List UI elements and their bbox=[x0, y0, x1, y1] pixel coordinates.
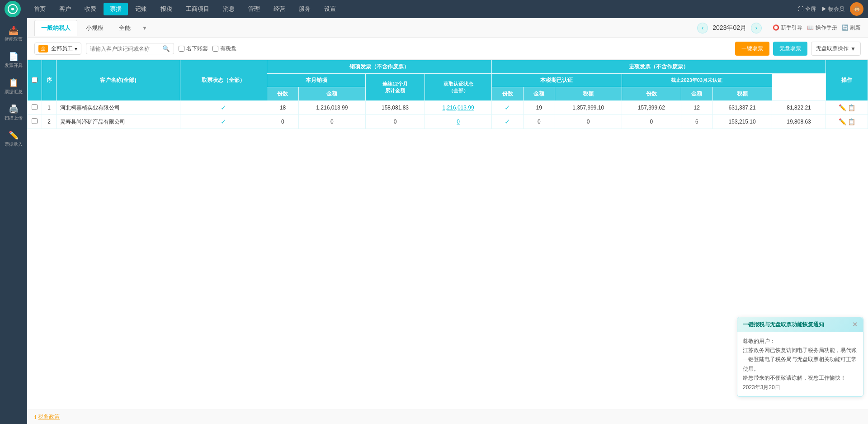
nav-item-管理[interactable]: 管理 bbox=[242, 3, 266, 15]
row-sales-12m: 1,216,013.99 bbox=[425, 101, 492, 115]
tax-disk-checkbox-label[interactable]: 有税盘 bbox=[212, 45, 236, 52]
th-confirmed-count: 份数 bbox=[492, 87, 524, 101]
prev-month-btn[interactable]: ‹ bbox=[697, 23, 708, 33]
row-checkbox-cell[interactable] bbox=[28, 101, 42, 115]
nav-item-消息[interactable]: 消息 bbox=[217, 3, 241, 15]
row-checkbox-cell[interactable] bbox=[28, 115, 42, 129]
row-checkbox[interactable] bbox=[32, 118, 38, 124]
table-row: 1 河北柯嘉桢实业有限公司 ✓ 18 1,216,013.99 158,081.… bbox=[28, 101, 868, 115]
row-actions: ✏️ 📋 bbox=[826, 115, 868, 129]
current-date: 2023年02月 bbox=[712, 24, 746, 32]
view-icon[interactable]: 📋 bbox=[848, 118, 855, 125]
tax-disk-checkbox[interactable] bbox=[212, 46, 218, 52]
row-index: 2 bbox=[42, 115, 57, 129]
edit-icon[interactable]: ✏️ bbox=[839, 118, 846, 125]
sub-tabs: 一般纳税人小规模全能 ▼ ‹ 2023年02月 › ⭕ 新手引导📖 操作手册🔄 … bbox=[27, 18, 868, 38]
nav-item-设置[interactable]: 设置 bbox=[318, 3, 342, 15]
th-unconf-tax: 税额 bbox=[712, 87, 772, 101]
th-customer: 客户名称(全部) bbox=[57, 60, 180, 101]
sidebar-item-票据汇总[interactable]: 📋票据汇总 bbox=[1, 75, 26, 98]
sub-tab-一般纳税人[interactable]: 一般纳税人 bbox=[34, 20, 77, 36]
row-confirmed-tax: 0 bbox=[622, 115, 681, 129]
sidebar-icon: 📄 bbox=[9, 52, 19, 62]
date-navigation: ‹ 2023年02月 › bbox=[697, 23, 762, 33]
top-navigation: 首页客户收费票据记账报税工商项目消息管理经营服务设置 ⛶ 全屏 ▶ 畅会员 🐵 bbox=[0, 0, 868, 18]
offline-checkbox[interactable] bbox=[179, 46, 184, 52]
nav-item-记账[interactable]: 记账 bbox=[129, 3, 153, 15]
row-actions: ✏️ 📋 bbox=[826, 101, 868, 115]
avatar[interactable]: 🐵 bbox=[850, 2, 863, 16]
row-unconf-count: 12 bbox=[681, 101, 712, 115]
sidebar-icon: 🖨️ bbox=[9, 104, 19, 114]
notification-panel: 一键报税与无盘取票功能恢复通知 ✕ 尊敬的用户：江苏政务网已恢复访问电子税务局功… bbox=[737, 317, 863, 397]
notification-close-btn[interactable]: ✕ bbox=[852, 321, 858, 328]
row-confirmed-count: 0 bbox=[523, 115, 555, 129]
search-input[interactable] bbox=[90, 46, 162, 52]
action-bar-right: 一键取票 无盘取票 无盘取票操作 ▼ bbox=[735, 42, 861, 56]
th-unconf-amount: 金额 bbox=[681, 87, 712, 101]
nav-items: 首页客户收费票据记账报税工商项目消息管理经营服务设置 bbox=[28, 3, 798, 15]
sub-tab-全能[interactable]: 全能 bbox=[112, 20, 137, 36]
employee-select[interactable]: 全 全部员工 ▾ bbox=[34, 43, 81, 55]
edit-icon[interactable]: ✏️ bbox=[839, 104, 846, 111]
th-ops: 操作 bbox=[826, 60, 868, 101]
nav-item-服务[interactable]: 服务 bbox=[292, 3, 317, 15]
nav-item-经营[interactable]: 经营 bbox=[267, 3, 292, 15]
th-confirmed-amount: 金额 bbox=[523, 87, 555, 101]
th-checkbox bbox=[28, 60, 42, 101]
row-purchase-status: ✓ bbox=[492, 115, 524, 129]
row-unconf-amount: 631,337.21 bbox=[712, 101, 772, 115]
row-unconf-tax: 81,822.21 bbox=[772, 101, 826, 115]
th-index: 序 bbox=[42, 60, 57, 101]
more-tabs-btn[interactable]: ▼ bbox=[139, 23, 150, 33]
th-12m: 连续12个月累计金额 bbox=[365, 74, 425, 101]
action-刷新[interactable]: 🔄 刷新 bbox=[842, 24, 861, 32]
sidebar-icon: 📋 bbox=[9, 78, 19, 88]
nav-item-报税[interactable]: 报税 bbox=[154, 3, 179, 15]
view-icon[interactable]: 📋 bbox=[848, 104, 855, 111]
sidebar: 📥智能取票📄发票开具📋票据汇总🖨️扫描上传✏️票据录入 bbox=[0, 18, 27, 424]
main-table: 序 客户名称(全部) 取票状态（全部） 销项发票（不含作废票） 进项发票（不含作… bbox=[27, 60, 868, 129]
row-confirmed-amount: 0 bbox=[555, 115, 622, 129]
sidebar-item-发票开具[interactable]: 📄发票开具 bbox=[1, 49, 26, 71]
tax-info-icon: ℹ bbox=[34, 414, 37, 420]
select-all-checkbox[interactable] bbox=[32, 77, 38, 83]
tax-policy-link[interactable]: 税务政策 bbox=[38, 413, 60, 421]
row-checkbox[interactable] bbox=[32, 104, 38, 110]
row-confirmed-count: 19 bbox=[523, 101, 555, 115]
nav-item-工商项目[interactable]: 工商项目 bbox=[179, 3, 216, 15]
table-row: 2 灵寿县尚泽矿产品有限公司 ✓ 0 0 0 0 ✓ 0 0 0 6 153,2… bbox=[28, 115, 868, 129]
row-index: 1 bbox=[42, 101, 57, 115]
nav-item-收费[interactable]: 收费 bbox=[78, 3, 103, 15]
th-period-confirmed: 本税期已认证 bbox=[492, 74, 622, 87]
one-click-btn[interactable]: 一键取票 bbox=[735, 42, 769, 56]
no-disk-ops-btn[interactable]: 无盘取票操作 ▼ bbox=[811, 42, 861, 56]
nav-item-票据[interactable]: 票据 bbox=[104, 3, 128, 15]
row-unconf-amount: 153,215.10 bbox=[712, 115, 772, 129]
action-操作手册[interactable]: 📖 操作手册 bbox=[807, 24, 837, 32]
next-month-btn[interactable]: › bbox=[751, 23, 762, 33]
fullscreen-btn[interactable]: ⛶ 全屏 bbox=[798, 5, 816, 13]
sidebar-item-智能取票[interactable]: 📥智能取票 bbox=[1, 23, 26, 45]
sub-tab-小规模[interactable]: 小规模 bbox=[79, 20, 110, 36]
nav-item-客户[interactable]: 客户 bbox=[53, 3, 77, 15]
member-btn[interactable]: ▶ 畅会员 bbox=[821, 5, 844, 13]
notification-title: 一键报税与无盘取票功能恢复通知 bbox=[743, 321, 824, 329]
sidebar-item-票据录入[interactable]: ✏️票据录入 bbox=[1, 128, 26, 150]
th-unconf-count: 份数 bbox=[622, 87, 681, 101]
search-wrap: 🔍 bbox=[86, 43, 174, 54]
offline-checkbox-label[interactable]: 名下账套 bbox=[179, 45, 208, 52]
employee-badge: 全 bbox=[38, 45, 48, 52]
top-right-actions: ⭕ 新手引导📖 操作手册🔄 刷新 bbox=[773, 24, 861, 32]
search-button[interactable]: 🔍 bbox=[162, 45, 170, 52]
nav-item-首页[interactable]: 首页 bbox=[28, 3, 52, 15]
app-logo bbox=[5, 1, 21, 17]
no-disk-btn[interactable]: 无盘取票 bbox=[773, 42, 807, 56]
action-新手引导[interactable]: ⭕ 新手引导 bbox=[773, 24, 802, 32]
row-sales-tax: 158,081.83 bbox=[365, 101, 425, 115]
sidebar-item-扫描上传[interactable]: 🖨️扫描上传 bbox=[1, 101, 26, 124]
ops-arrow-icon: ▼ bbox=[850, 46, 856, 52]
row-confirmed-tax: 157,399.62 bbox=[622, 101, 681, 115]
th-sales-group: 销项发票（不含作废票） bbox=[267, 60, 492, 74]
th-confirmed-tax: 税额 bbox=[555, 87, 622, 101]
